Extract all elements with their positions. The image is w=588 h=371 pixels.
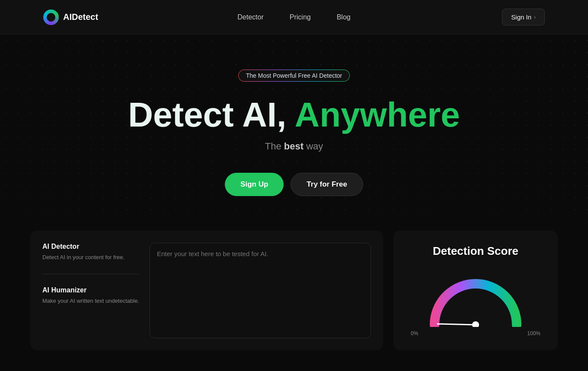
gauge-label-100: 100%: [527, 330, 540, 336]
score-title: Detection Score: [433, 244, 518, 258]
navbar: AIDetect Detector Pricing Blog Sign In ›: [0, 0, 588, 35]
gauge-svg: [428, 275, 523, 327]
hero-title: Detect AI, Anywhere: [128, 96, 460, 134]
hero-badge: The Most Powerful Free AI Detector: [238, 69, 351, 82]
feature-humanizer[interactable]: AI Humanizer Make your AI written text u…: [42, 286, 139, 305]
feature-humanizer-desc: Make your AI written text undetectable.: [42, 297, 139, 305]
nav-link-blog[interactable]: Blog: [337, 13, 351, 21]
feature-divider: [42, 274, 139, 274]
nav-link-detector[interactable]: Detector: [237, 13, 263, 21]
brand-name: AIDetect: [63, 12, 98, 22]
feature-humanizer-title: AI Humanizer: [42, 286, 139, 294]
hero-title-white: Detect AI,: [128, 95, 286, 134]
logo-icon: [43, 10, 59, 25]
brand-logo[interactable]: AIDetect: [43, 10, 98, 25]
hero-title-green: Anywhere: [294, 95, 460, 134]
text-input[interactable]: [157, 250, 364, 331]
feature-detector-title: AI Detector: [42, 243, 139, 251]
gauge-wrapper: [428, 275, 523, 327]
try-free-button[interactable]: Try for Free: [291, 173, 363, 196]
score-card: Detection Score: [393, 231, 558, 350]
signin-button[interactable]: Sign In ›: [502, 9, 545, 25]
nav-links: Detector Pricing Blog: [237, 13, 350, 21]
text-input-area[interactable]: [150, 243, 371, 338]
svg-line-1: [438, 324, 476, 325]
bottom-section: AI Detector Detect AI in your content fo…: [0, 231, 588, 368]
signin-label: Sign In: [511, 13, 531, 21]
hero-section: The Most Powerful Free AI Detector Detec…: [0, 35, 588, 222]
feature-detector-desc: Detect AI in your content for free.: [42, 253, 139, 262]
hero-subtitle: The best way: [265, 141, 323, 152]
signup-button[interactable]: Sign Up: [225, 173, 284, 196]
detector-card: AI Detector Detect AI in your content fo…: [30, 231, 383, 350]
hero-buttons: Sign Up Try for Free: [225, 173, 363, 196]
gauge-label-0: 0%: [411, 330, 418, 336]
signin-arrow: ›: [534, 14, 536, 20]
nav-link-pricing[interactable]: Pricing: [290, 13, 311, 21]
feature-detector[interactable]: AI Detector Detect AI in your content fo…: [42, 243, 139, 262]
detector-sidebar: AI Detector Detect AI in your content fo…: [42, 243, 139, 338]
gauge-labels: 0% 100%: [411, 330, 540, 336]
